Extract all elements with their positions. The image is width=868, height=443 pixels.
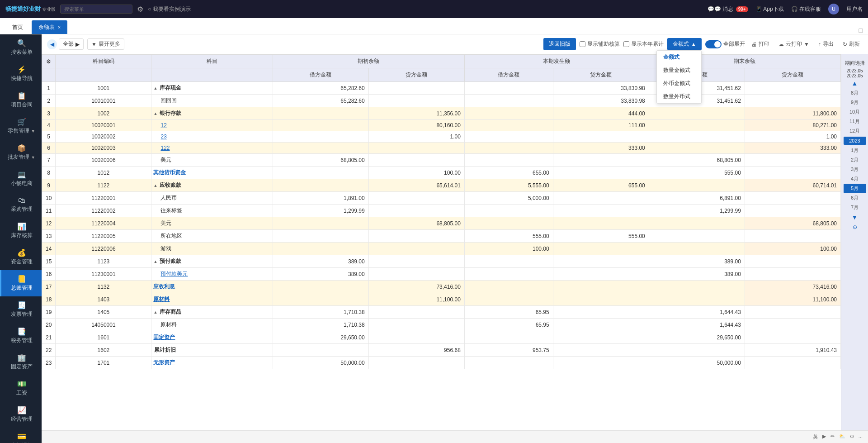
circle-btn[interactable]: ⊙ <box>850 433 854 440</box>
row-name[interactable]: 应收利息 <box>151 281 273 293</box>
sidebar-item-purchase[interactable]: 🛍 采购管理 <box>0 192 42 218</box>
month-1[interactable]: 1月 <box>844 146 866 155</box>
dropdown-item-amount[interactable]: 金额式 <box>657 51 701 64</box>
row-name[interactable]: 12 <box>151 120 273 131</box>
sidebar-item-sales[interactable]: 💳 小畅报销 <box>0 428 42 443</box>
row-name: ▲ 应收账款 <box>151 179 273 192</box>
row-name[interactable]: 其他货币资金 <box>151 167 273 179</box>
row-period-credit: 655.00 <box>553 179 649 192</box>
tab-home[interactable]: 首页 <box>5 20 30 34</box>
row-opening-debit <box>273 131 368 143</box>
app-download-btn[interactable]: 📱 App下载 <box>755 5 784 13</box>
play-btn[interactable]: ▶ <box>822 433 826 440</box>
month-12[interactable]: 12月 <box>844 126 866 136</box>
settings-col-header[interactable]: ⚙ <box>42 55 56 68</box>
row-name[interactable]: 固定资产 <box>151 331 273 344</box>
tab-minimize-btn[interactable]: — <box>850 27 856 34</box>
month-2[interactable]: 2月 <box>844 155 866 165</box>
sidebar-item-operations[interactable]: 📈 经营管理 <box>0 401 42 428</box>
settings-icon[interactable]: ⚙ <box>137 5 143 14</box>
tab-bar: 首页 余额表 × — □ <box>0 18 868 34</box>
dropdown-item-quantity-amount[interactable]: 数量金额式 <box>657 64 701 77</box>
row-opening-credit <box>368 154 464 167</box>
sidebar-item-funds[interactable]: 💰 资金管理 <box>0 244 42 270</box>
sidebar-item-payroll[interactable]: 💵 工资 <box>0 375 42 401</box>
amount-style-btn[interactable]: 金额式 ▲ <box>667 38 702 50</box>
show-aux-checkbox[interactable]: 显示辅助核算 <box>580 40 620 48</box>
month-5[interactable]: 5月 <box>844 184 866 193</box>
tab-balance[interactable]: 余额表 × <box>32 20 67 34</box>
expand-more-btn[interactable]: ▼ 展开更多 <box>87 38 124 50</box>
dropdown-item-foreign-amount[interactable]: 外币金额式 <box>657 77 701 90</box>
demo-link[interactable]: 我要看实例演示 <box>148 5 191 13</box>
period-nav-up[interactable]: ▲ <box>850 78 859 88</box>
sidebar-item-tax[interactable]: 📑 税务管理 <box>0 323 42 349</box>
row-name: 所在地区 <box>151 230 273 243</box>
sidebar-item-invoice[interactable]: 🧾 发票管理 <box>0 296 42 323</box>
row-name[interactable]: 预付款美元 <box>151 268 273 281</box>
row-name[interactable]: 122 <box>151 143 273 154</box>
dropdown-item-quantity-foreign[interactable]: 数量外币式 <box>657 90 701 103</box>
row-opening-credit <box>368 331 464 344</box>
chat-btn[interactable]: 💬 消息 99+ <box>708 5 748 13</box>
lang-btn[interactable]: 英 <box>813 433 818 440</box>
nav-back-btn[interactable]: ◀ <box>47 39 57 49</box>
status-items: 英 ▶ ✏ ⛅ ⊙ ... <box>813 433 863 440</box>
sidebar-item-wholesale[interactable]: 📦 批发管理 ▼ <box>0 139 42 166</box>
show-ytd-checkbox[interactable]: 显示本年累计 <box>623 40 664 48</box>
sidebar-item-assets[interactable]: 🏢 固定资产 <box>0 349 42 375</box>
sidebar-item-ledger[interactable]: 📒 总账管理 <box>0 270 42 296</box>
month-7[interactable]: 7月 <box>844 203 866 212</box>
month-4[interactable]: 4月 <box>844 174 866 184</box>
cloud-btn[interactable]: ⛅ <box>839 433 845 440</box>
row-number: 6 <box>42 143 56 154</box>
more-btn[interactable]: ... <box>859 433 863 440</box>
row-number: 3 <box>42 107 56 120</box>
tab-close-btn[interactable]: × <box>58 25 61 30</box>
row-closing-credit: 68,805.00 <box>745 217 840 230</box>
ledger-icon: 📒 <box>1 275 42 283</box>
cloud-print-btn[interactable]: ☁ 云打印 ▼ <box>776 38 812 50</box>
month-3[interactable]: 3月 <box>844 165 866 174</box>
sidebar-item-retail[interactable]: 🛒 零售管理 ▼ <box>0 113 42 139</box>
month-9[interactable]: 9月 <box>844 98 866 107</box>
service-btn[interactable]: 🎧 在线客服 <box>791 5 821 13</box>
print-btn[interactable]: 🖨 打印 <box>749 38 772 50</box>
table-container[interactable]: ⚙ 科目编码 科目 期初余额 本期发生额 期末余额 借方金额 <box>42 54 841 430</box>
return-old-btn[interactable]: 退回旧版 <box>543 38 576 50</box>
edit-btn[interactable]: ✏ <box>830 433 835 440</box>
row-period-debit <box>464 205 553 217</box>
sidebar-item-ecommerce[interactable]: 💻 小畅电商 <box>0 166 42 192</box>
period-collapse-btn[interactable]: ⊙ <box>851 222 859 232</box>
row-opening-debit <box>273 243 368 255</box>
tab-maximize-btn[interactable]: □ <box>859 27 863 34</box>
sidebar-item-project[interactable]: 📋 项目合同 <box>0 87 42 113</box>
row-period-credit <box>553 217 649 230</box>
sidebar-item-inventory[interactable]: 📊 库存核算 <box>0 218 42 244</box>
export-btn[interactable]: ↑ 导出 <box>816 38 836 50</box>
search-input[interactable] <box>60 5 132 14</box>
period-nav-down[interactable]: ▼ <box>850 212 859 222</box>
month-6[interactable]: 6月 <box>844 193 866 203</box>
all-filter-dropdown[interactable]: 全部 ▶ <box>59 38 84 50</box>
row-name[interactable]: 原材料 <box>151 293 273 306</box>
row-name[interactable]: 无形资产 <box>151 357 273 369</box>
row-code: 10010001 <box>56 95 151 107</box>
refresh-btn[interactable]: ↻ 刷新 <box>840 38 863 50</box>
row-opening-credit <box>368 255 464 268</box>
row-period-credit <box>553 243 649 255</box>
row-period-debit <box>464 268 553 281</box>
sidebar-item-search[interactable]: 🔍 搜索菜单 <box>0 34 42 61</box>
month-10[interactable]: 10月 <box>844 107 866 117</box>
sidebar-item-nav[interactable]: ⚡ 快捷导航 <box>0 61 42 87</box>
row-name[interactable]: 23 <box>151 131 273 143</box>
row-opening-debit <box>273 107 368 120</box>
month-11[interactable]: 11月 <box>844 117 866 126</box>
row-period-credit <box>553 281 649 293</box>
user-avatar[interactable]: U <box>828 4 839 14</box>
toggle-switch[interactable] <box>705 40 722 48</box>
retail-icon: 🛒 <box>1 118 42 126</box>
name-col-header: 科目 <box>151 55 273 68</box>
month-8[interactable]: 8月 <box>844 88 866 98</box>
row-opening-credit <box>368 243 464 255</box>
